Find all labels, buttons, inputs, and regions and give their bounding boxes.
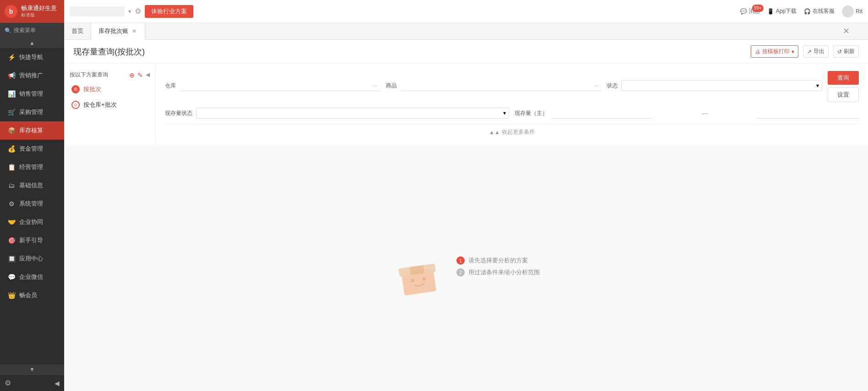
marketing-icon: 📢: [7, 71, 16, 80]
username-label: Rit: [856, 8, 863, 15]
sidebar-item-enterprise[interactable]: 🤝 企业协同: [0, 213, 64, 231]
topbar: ▾ ⚙ 体验行业方案 💬 消息 99+ 📱 App下载 🎧 在线客服 Rit: [64, 0, 868, 23]
settings-button[interactable]: 设置: [828, 87, 859, 102]
topbar-settings-icon[interactable]: ⚙: [135, 7, 141, 16]
export-button[interactable]: ↗ 导出: [803, 45, 829, 58]
headset-icon: 🎧: [804, 8, 811, 15]
sidebar-item-operations[interactable]: 📋 经营管理: [0, 158, 64, 176]
trial-button[interactable]: 体验行业方案: [145, 5, 193, 18]
messages-icon: 💬: [740, 8, 747, 15]
refresh-label: 刷新: [844, 48, 855, 55]
apps-icon: 🔲: [7, 255, 16, 263]
sidebar-item-wechat[interactable]: 💬 企业微信: [0, 268, 64, 286]
system-icon: ⚙: [7, 200, 16, 208]
sidebar-item-label: 快捷导航: [19, 53, 43, 61]
search-menu[interactable]: 🔍 搜索菜单: [0, 23, 64, 38]
app-download-icon: 📱: [767, 8, 774, 15]
by-warehouse-batch-icon: ⊙: [71, 101, 80, 109]
settings-icon[interactable]: ⚙: [5, 379, 11, 387]
sidebar-item-label: 基础信息: [19, 181, 43, 190]
quick-nav-icon: ⚡: [7, 53, 16, 61]
warehouse-dots[interactable]: ···: [373, 82, 378, 89]
app-download-label: App下载: [776, 7, 797, 15]
empty-state: 1 请先选择要分析的方案 2 用过滤条件来缩小分析范围: [64, 145, 868, 391]
sidebar-item-system[interactable]: ⚙ 系统管理: [0, 195, 64, 213]
app-info: 畅康通好生意 标准版: [21, 5, 57, 19]
messages-button[interactable]: 💬 消息 99+: [740, 7, 760, 15]
product-input[interactable]: ···: [401, 81, 601, 91]
sidebar-item-member[interactable]: 👑 畅会员: [0, 286, 64, 304]
sidebar-item-inventory[interactable]: 📦 库存核算: [0, 121, 64, 140]
sidebar-item-label: 新手引导: [19, 236, 43, 244]
sidebar-item-quick-nav[interactable]: ⚡ 快捷导航: [0, 48, 64, 66]
by-batch-label: 按批次: [83, 85, 101, 93]
sidebar: b 畅康通好生意 标准版 🔍 搜索菜单 ▲ ⚡ 快捷导航 📢 营销推广 📊 销售…: [0, 0, 64, 391]
empty-hints: 1 请先选择要分析的方案 2 用过滤条件来缩小分析范围: [456, 256, 540, 280]
export-icon: ↗: [807, 49, 812, 55]
topbar-search-input[interactable]: [70, 6, 125, 16]
print-label: 按模板打印: [762, 48, 790, 55]
inventory-status-select[interactable]: ▾: [196, 108, 509, 119]
home-tab-label: 首页: [71, 27, 83, 35]
user-menu[interactable]: Rit: [842, 5, 863, 17]
wechat-icon: 💬: [7, 273, 16, 281]
filter-panel: 按以下方案查询 ⊕ ✎ ◀ 批 按批次 ⊙ 按仓库+批次: [64, 64, 868, 145]
topbar-dropdown-icon[interactable]: ▾: [128, 8, 131, 15]
sidebar-item-newbie[interactable]: 🎯 新手引导: [0, 231, 64, 250]
sidebar-item-basics[interactable]: 🗂 基础信息: [0, 176, 64, 195]
product-dots[interactable]: ···: [594, 82, 599, 89]
chevron-down-icon2: ▾: [503, 110, 506, 116]
sidebar-item-finance[interactable]: 💰 资金管理: [0, 140, 64, 158]
product-label: 商品: [386, 82, 397, 90]
sidebar-item-label: 企业协同: [19, 218, 43, 226]
inventory-qty-dash: —: [657, 110, 753, 117]
empty-box-svg: [392, 245, 443, 296]
sidebar-item-sales[interactable]: 📊 销售管理: [0, 85, 64, 103]
status-select[interactable]: ▾: [621, 80, 822, 91]
print-dropdown-icon[interactable]: ▾: [791, 49, 794, 55]
by-batch-icon: 批: [71, 85, 80, 93]
sidebar-header: b 畅康通好生意 标准版: [0, 0, 64, 23]
refresh-button[interactable]: ↺ 刷新: [833, 45, 859, 58]
filter-status: 状态 ▾: [607, 80, 822, 91]
page-title: 现存量查询(按批次): [73, 46, 145, 57]
tab-inventory-batch[interactable]: 库存批次账 ✕: [91, 23, 145, 40]
collapse-sidebar-icon[interactable]: ◀: [55, 380, 60, 387]
filter-plan-by-warehouse-batch[interactable]: ⊙ 按仓库+批次: [64, 97, 155, 113]
enterprise-icon: 🤝: [7, 218, 16, 226]
query-button[interactable]: 查询: [828, 71, 859, 85]
topbar-right: 💬 消息 99+ 📱 App下载 🎧 在线客服 Rit: [740, 5, 863, 17]
sidebar-item-label: 营销推广: [19, 71, 43, 80]
edit-plan-button[interactable]: ✎: [137, 71, 143, 79]
inventory-qty-from[interactable]: [551, 108, 653, 119]
collapse-filter-icon[interactable]: ◀: [146, 71, 150, 79]
filter-sidebar-actions: ⊕ ✎ ◀: [129, 71, 150, 79]
sidebar-item-label: 企业微信: [19, 273, 43, 281]
filter-main: 仓库 ··· 商品 ··· 状态: [156, 64, 868, 145]
filter-plan-by-batch[interactable]: 批 按批次: [64, 81, 155, 97]
print-button[interactable]: 🖨 按模板打印 ▾: [751, 45, 798, 58]
export-label: 导出: [813, 48, 824, 55]
tab-close-icon[interactable]: ✕: [131, 28, 137, 34]
sidebar-item-label: 经营管理: [19, 163, 43, 171]
sidebar-item-marketing[interactable]: 📢 营销推广: [0, 66, 64, 85]
collapse-filter-button[interactable]: ▲▲ 收起更多条件: [165, 124, 859, 140]
sidebar-item-purchase[interactable]: 🛒 采购管理: [0, 103, 64, 121]
inventory-qty-to[interactable]: [757, 108, 859, 119]
scroll-down-button[interactable]: ▼: [0, 364, 64, 375]
topbar-left: ▾ ⚙ 体验行业方案: [70, 5, 736, 18]
page-header: 现存量查询(按批次) 🖨 按模板打印 ▾ ↗ 导出 ↺ 刷新: [64, 40, 868, 64]
online-service-button[interactable]: 🎧 在线客服: [804, 7, 835, 15]
add-plan-button[interactable]: ⊕: [129, 71, 135, 79]
member-icon: 👑: [7, 291, 16, 299]
filter-sidebar-title: 按以下方案查询: [70, 71, 108, 79]
collapse-label: 收起更多条件: [502, 128, 535, 136]
warehouse-input[interactable]: ···: [180, 81, 380, 91]
tabbar-close-button[interactable]: ✕: [843, 26, 850, 36]
sidebar-item-apps[interactable]: 🔲 应用中心: [0, 250, 64, 268]
inventory-icon: 📦: [7, 126, 16, 135]
tab-home[interactable]: 首页: [64, 23, 91, 39]
messages-badge: 99+: [752, 5, 764, 12]
scroll-up-button[interactable]: ▲: [0, 38, 64, 48]
app-download-button[interactable]: 📱 App下载: [767, 7, 797, 15]
